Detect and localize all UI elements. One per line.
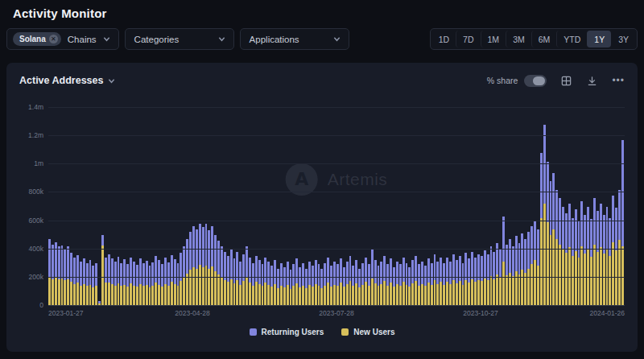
bar [618,108,621,305]
bar [133,108,135,305]
bar [246,108,248,305]
range-button-1m[interactable]: 1M [481,31,506,47]
new-users-segment [308,285,311,305]
returning-users-segment [114,262,117,286]
range-button-7d[interactable]: 7D [456,31,480,47]
bar [484,108,486,305]
bar [118,108,120,305]
returning-users-segment [224,252,226,280]
bar [336,108,339,305]
new-users-segment [151,286,154,306]
bar [399,108,402,305]
new-users-segment [499,278,502,305]
new-users-segment [575,251,577,305]
new-users-segment [133,286,135,306]
new-users-segment [255,282,258,305]
new-users-segment [186,274,188,305]
grid-icon[interactable] [560,75,572,87]
new-users-segment [280,286,283,306]
categories-dropdown-label: Categories [131,35,212,44]
new-users-segment [477,280,480,305]
new-users-segment [299,287,301,305]
returning-users-segment [151,262,154,286]
bar [320,108,323,305]
new-users-segment [105,283,107,305]
applications-dropdown[interactable]: Applications [240,28,349,50]
range-button-3y[interactable]: 3Y [611,31,635,47]
bar [327,108,329,305]
returning-users-segment [440,258,442,283]
download-icon[interactable] [586,75,598,87]
bar [584,108,586,305]
returning-users-segment [308,262,311,285]
new-users-segment [123,285,126,305]
new-users-segment [336,286,339,306]
new-users-segment [327,283,329,305]
range-button-ytd[interactable]: YTD [556,31,587,47]
returning-users-segment [155,256,157,283]
x-tick-label: 2024-01-26 [590,309,625,317]
bar [452,108,455,305]
new-users-segment [67,279,69,305]
bar [440,108,442,305]
chart-plot-area[interactable]: A Artemis 0200k400k600k800k1m1.2m1.4m [48,108,625,306]
metric-selector-label: Active Addresses [19,75,103,86]
new-users-segment [199,265,201,305]
bar [98,108,101,305]
range-button-1d[interactable]: 1D [432,31,456,47]
returning-users-segment [431,263,433,285]
bar [208,108,210,305]
range-button-3m[interactable]: 3M [506,31,531,47]
remove-chain-icon[interactable]: ✕ [49,35,58,43]
bar [192,108,195,305]
bar [55,108,57,305]
returning-users-segment [421,262,423,284]
new-users-segment [142,286,145,305]
returning-users-segment [192,226,195,267]
new-users-segment [267,285,270,305]
y-tick-label: 200k [29,273,43,281]
share-toggle[interactable] [524,75,547,87]
more-options-icon[interactable]: ••• [612,75,625,87]
new-users-segment [343,287,345,305]
new-users-segment [249,283,251,305]
legend-item-new-users[interactable]: New Users [341,328,394,336]
bar [270,108,273,305]
bar [431,108,433,305]
new-users-segment [547,222,549,305]
bar [527,108,530,305]
chevron-down-icon [333,35,341,43]
returning-users-segment [205,224,208,266]
returning-users-segment [67,246,69,279]
returning-users-segment [64,249,66,280]
range-button-6m[interactable]: 6M [531,31,557,47]
new-users-segment [537,266,539,305]
new-users-segment [361,285,364,305]
bar [530,108,533,305]
new-users-segment [415,281,417,305]
new-users-segment [111,284,114,305]
new-users-segment [230,279,233,305]
chains-dropdown[interactable]: Solana ✕ Chains [6,28,119,50]
bar [48,108,51,305]
new-users-segment [490,276,493,305]
bar [205,108,208,305]
categories-dropdown[interactable]: Categories [125,28,234,50]
bar [299,108,301,305]
returning-users-segment [380,262,382,284]
bar [267,108,270,305]
range-button-1y[interactable]: 1Y [587,31,611,47]
bar [171,108,173,305]
bar [355,108,357,305]
returning-users-segment [530,226,533,264]
returning-users-segment [474,258,477,283]
bar [277,108,279,305]
chain-tag-solana: Solana ✕ [13,32,61,46]
returning-users-segment [402,258,405,283]
returning-users-segment [302,263,304,286]
bar [92,108,94,305]
legend-item-returning-users[interactable]: Returning Users [250,328,324,336]
metric-selector[interactable]: Active Addresses [19,75,115,86]
new-users-segment [264,283,266,305]
bar [352,108,354,305]
